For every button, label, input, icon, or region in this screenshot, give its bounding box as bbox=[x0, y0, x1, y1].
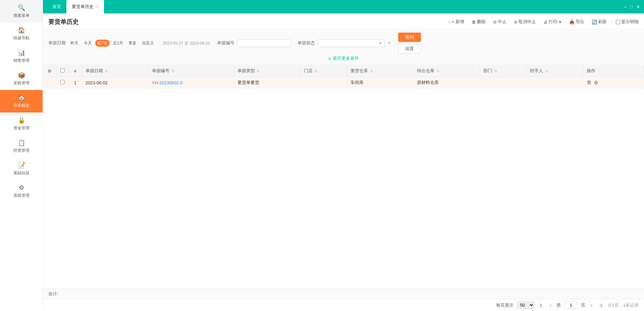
maximize-button[interactable]: □ bbox=[630, 4, 633, 9]
new-button[interactable]: + + 新增 bbox=[446, 17, 466, 26]
row-num: 1 bbox=[68, 77, 82, 89]
query-button[interactable]: 查询 bbox=[398, 33, 421, 42]
col-doc-date[interactable]: 单据日期 ⇅ bbox=[82, 65, 148, 77]
row-req-warehouse: 车间库 bbox=[347, 77, 413, 89]
doc-number-label: 单据编号 bbox=[217, 40, 234, 46]
first-page-btn[interactable]: |‹ bbox=[538, 302, 544, 308]
row-checkbox-cell bbox=[56, 77, 68, 89]
stop-icon: ⊘ bbox=[493, 19, 497, 25]
status-select-wrapper bbox=[318, 39, 385, 47]
display-cell-checkbox[interactable]: 显示明细 bbox=[616, 19, 639, 25]
sidebar-item-inventory[interactable]: 🏠 库存核算 bbox=[0, 90, 43, 113]
sidebar-item-operations-mgmt[interactable]: 📋 经营管理 bbox=[0, 135, 43, 158]
purchase-icon: 📦 bbox=[18, 72, 25, 79]
expand-icon: ∨ bbox=[328, 56, 331, 61]
tab-close-icon[interactable]: × bbox=[96, 4, 99, 9]
cancel-stop-button[interactable]: ⊘ 取消中止 bbox=[512, 17, 538, 26]
pagination-area: 每页显示 50 10 20 100 |‹ ‹ 第 页 › ›| 共1页，1条记录 bbox=[43, 299, 644, 311]
filter-group-status: 单据状态 ▼ bbox=[298, 39, 391, 47]
sidebar-item-quick-nav[interactable]: 🏠 快捷导航 bbox=[0, 23, 43, 45]
date-shortcuts: 昨天 今天 近7天 近1月 更多 自定义 bbox=[68, 40, 156, 47]
delete-button[interactable]: 🗑 删除 bbox=[470, 17, 488, 26]
prev-page-btn[interactable]: ‹ bbox=[548, 302, 553, 308]
date-today-btn[interactable]: 今天 bbox=[82, 40, 94, 47]
date-last7days-btn[interactable]: 近7天 bbox=[95, 40, 110, 47]
operations-icon: 📋 bbox=[18, 139, 25, 146]
sidebar-item-purchase-mgmt[interactable]: 📦 采购管理 bbox=[0, 68, 43, 90]
row-doc-date: 2023-06-02 bbox=[82, 77, 148, 89]
page-header: 要货单历史 + + 新增 🗑 删除 ⊘ 中止 ⊘ 取消中止 bbox=[43, 13, 644, 29]
row-checkbox[interactable] bbox=[60, 80, 65, 84]
doc-number-input[interactable] bbox=[237, 39, 291, 47]
last-page-btn[interactable]: ›| bbox=[598, 302, 604, 308]
stop-button[interactable]: ⊘ 中止 bbox=[491, 17, 508, 26]
date-yesterday-btn[interactable]: 昨天 bbox=[68, 40, 80, 47]
top-bar-right: ─ □ ✕ bbox=[624, 4, 640, 9]
row-settings bbox=[43, 77, 56, 89]
col-req-warehouse[interactable]: 要货仓库 ⇅ bbox=[347, 65, 413, 77]
sort-doc-type-icon: ⇅ bbox=[257, 69, 260, 73]
per-page-select[interactable]: 50 10 20 100 bbox=[517, 301, 534, 309]
col-operation: 操作 bbox=[583, 65, 644, 77]
minimize-button[interactable]: ─ bbox=[624, 4, 627, 9]
col-doc-type[interactable]: 单据类型 ⇅ bbox=[234, 65, 300, 77]
search-menu-icon: 🔍 bbox=[18, 4, 25, 11]
sort-store-icon: ⇅ bbox=[315, 69, 317, 73]
sidebar-item-system-mgmt[interactable]: ⚙ 系统管理 bbox=[0, 180, 43, 203]
print-button[interactable]: 🖨 打印 ▼ bbox=[541, 17, 564, 26]
refresh-button[interactable]: 🔄 刷新 bbox=[590, 17, 609, 26]
date-range-display: 2023-05-27 至 2023-06-02 bbox=[163, 40, 210, 46]
page-number-input[interactable] bbox=[564, 302, 578, 309]
status-input[interactable] bbox=[318, 39, 385, 47]
filter-settings-button[interactable]: 设置 bbox=[398, 44, 421, 53]
next-page-btn[interactable]: › bbox=[589, 302, 594, 308]
date-last1month-btn[interactable]: 近1月 bbox=[111, 40, 125, 47]
sidebar-item-finance-mgmt[interactable]: 🔒 资金管理 bbox=[0, 113, 43, 135]
close-button[interactable]: ✕ bbox=[636, 4, 640, 9]
sidebar-item-sales-mgmt[interactable]: 📊 销售管理 bbox=[0, 45, 43, 68]
row-op-view-icon[interactable]: 🖹 bbox=[587, 80, 591, 85]
table-footer: 合计: bbox=[43, 288, 644, 299]
table-header-row: ⚙ # 单据日期 ⇅ 单据编号 ⇅ bbox=[43, 65, 644, 77]
delete-icon: 🗑 bbox=[472, 19, 476, 25]
col-pending-warehouse[interactable]: 待出仓库 ⇅ bbox=[414, 65, 480, 77]
basic-info-icon: 📝 bbox=[18, 162, 25, 169]
status-dropdown-icon[interactable]: ▼ bbox=[387, 41, 391, 45]
filter-row-main: 单据日期 昨天 今天 近7天 近1月 更多 自定义 2023-05-27 至 2… bbox=[48, 33, 639, 53]
sidebar-item-basic-info[interactable]: 📝 基础信息 bbox=[0, 158, 43, 180]
total-info: 共1页，1条记录 bbox=[608, 302, 639, 308]
filter-group-docnum: 单据编号 bbox=[217, 39, 291, 47]
col-department[interactable]: 部门 ⇅ bbox=[480, 65, 527, 77]
doc-number-link[interactable]: YH-20230602-0 bbox=[152, 80, 183, 85]
display-cell-input[interactable] bbox=[616, 20, 620, 24]
inventory-icon: 🏠 bbox=[18, 94, 25, 101]
tab-requisition-history[interactable]: 要货单历史 × bbox=[66, 0, 104, 13]
date-custom-btn[interactable]: 自定义 bbox=[140, 40, 156, 47]
page-title: 要货单历史 bbox=[48, 18, 78, 26]
col-settings[interactable]: ⚙ bbox=[43, 65, 56, 77]
export-icon: 📤 bbox=[569, 19, 575, 25]
col-store[interactable]: 门店 ⇅ bbox=[300, 65, 347, 77]
sidebar-item-search-menu[interactable]: 🔍 搜索菜单 bbox=[0, 0, 43, 23]
export-button[interactable]: 📤 导出 bbox=[567, 17, 586, 26]
col-handler[interactable]: 经手人 ⇅ bbox=[527, 65, 583, 77]
tab-home[interactable]: 首页 bbox=[47, 0, 66, 13]
sort-doc-date-icon: ⇅ bbox=[105, 69, 108, 73]
finance-icon: 🔒 bbox=[18, 117, 25, 124]
filter-group-date: 单据日期 昨天 今天 近7天 近1月 更多 自定义 bbox=[48, 40, 156, 47]
expand-more-btn[interactable]: ∨ 展开更多条件 bbox=[48, 55, 639, 61]
select-all-checkbox[interactable] bbox=[60, 68, 65, 73]
main-area: 首页 要货单历史 × ─ □ ✕ 要货单历史 + + 新增 🗑 删除 bbox=[43, 0, 644, 311]
col-doc-number[interactable]: 单据编号 ⇅ bbox=[148, 65, 234, 77]
row-op-more-icon[interactable]: ⚙ bbox=[594, 80, 598, 85]
content-area: 要货单历史 + + 新增 🗑 删除 ⊘ 中止 ⊘ 取消中止 bbox=[43, 13, 644, 311]
date-more-btn[interactable]: 更多 bbox=[126, 40, 139, 47]
system-icon: ⚙ bbox=[19, 184, 24, 191]
page-prefix: 第 bbox=[556, 302, 561, 308]
row-handler bbox=[527, 77, 583, 89]
sidebar: 🔍 搜索菜单 🏠 快捷导航 📊 销售管理 📦 采购管理 🏠 库存核算 🔒 资金管… bbox=[0, 0, 43, 311]
sales-icon: 📊 bbox=[18, 49, 25, 56]
print-dropdown-icon: ▼ bbox=[558, 20, 562, 24]
home-icon: 🏠 bbox=[18, 27, 25, 34]
sort-req-warehouse-icon: ⇅ bbox=[370, 69, 373, 73]
